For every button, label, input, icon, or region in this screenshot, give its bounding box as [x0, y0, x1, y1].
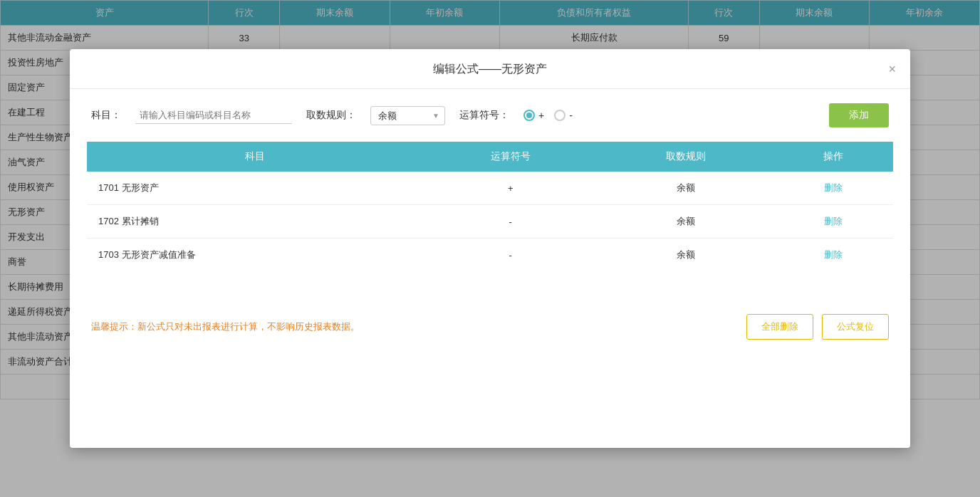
formula-table: 科目 运算符号 取数规则 操作 1701 无形资产 + 余额 删除: [87, 142, 893, 271]
row-operator: +: [423, 172, 598, 205]
operator-radio-group: + -: [523, 110, 573, 121]
operator-plus-label: +: [538, 110, 544, 121]
delete-link[interactable]: 删除: [824, 216, 843, 226]
data-table-wrap: 科目 运算符号 取数规则 操作 1701 无形资产 + 余额 删除: [70, 142, 910, 271]
delete-link[interactable]: 删除: [824, 249, 843, 260]
row-subject: 1701 无形资产: [87, 172, 423, 205]
form-row: 科目： 取数规则： 余额借方发生额贷方发生额 ▼ 运算符号： + - 添加: [70, 89, 910, 142]
operator-plus-radio[interactable]: +: [523, 110, 544, 121]
operator-label: 运算符号：: [459, 109, 509, 122]
modal-overlay: 编辑公式——无形资产 × 科目： 取数规则： 余额借方发生额贷方发生额 ▼ 运算…: [0, 0, 980, 497]
radio-circle-minus: [554, 110, 565, 121]
rule-label: 取数规则：: [306, 109, 356, 122]
add-button[interactable]: 添加: [829, 103, 889, 127]
footer-tip: 温馨提示：新公式只对未出报表进行计算，不影响历史报表数据。: [91, 320, 360, 333]
table-row: 1701 无形资产 + 余额 删除: [87, 172, 893, 205]
delete-link[interactable]: 删除: [824, 182, 843, 193]
row-rule: 余额: [598, 205, 773, 239]
row-action: 删除: [773, 239, 893, 272]
table-row: 1702 累计摊销 - 余额 删除: [87, 205, 893, 239]
row-action: 删除: [773, 172, 893, 205]
close-button[interactable]: ×: [888, 63, 896, 75]
subject-input[interactable]: [135, 107, 292, 124]
operator-minus-radio[interactable]: -: [554, 110, 573, 121]
modal-footer: 温馨提示：新公式只对未出报表进行计算，不影响历史报表数据。 全部删除 公式复位: [70, 300, 910, 354]
th-subject: 科目: [87, 142, 423, 172]
modal-dialog: 编辑公式——无形资产 × 科目： 取数规则： 余额借方发生额贷方发生额 ▼ 运算…: [70, 49, 910, 448]
reset-formula-button[interactable]: 公式复位: [822, 314, 889, 340]
radio-circle-plus: [523, 110, 535, 121]
rule-select[interactable]: 余额借方发生额贷方发生额: [370, 106, 445, 125]
operator-minus-label: -: [569, 110, 573, 121]
row-operator: -: [423, 205, 598, 239]
subject-label: 科目：: [91, 109, 121, 122]
row-subject: 1703 无形资产减值准备: [87, 239, 423, 272]
table-header-row: 科目 运算符号 取数规则 操作: [87, 142, 893, 172]
row-operator: -: [423, 239, 598, 272]
modal-header: 编辑公式——无形资产 ×: [70, 49, 910, 89]
table-row: 1703 无形资产减值准备 - 余额 删除: [87, 239, 893, 272]
modal-title: 编辑公式——无形资产: [433, 63, 547, 75]
row-rule: 余额: [598, 172, 773, 205]
row-subject: 1702 累计摊销: [87, 205, 423, 239]
rule-select-wrap: 余额借方发生额贷方发生额 ▼: [370, 106, 445, 125]
th-rule: 取数规则: [598, 142, 773, 172]
th-action: 操作: [773, 142, 893, 172]
row-action: 删除: [773, 205, 893, 239]
row-rule: 余额: [598, 239, 773, 272]
th-operator: 运算符号: [423, 142, 598, 172]
delete-all-button[interactable]: 全部删除: [746, 314, 813, 340]
footer-buttons: 全部删除 公式复位: [746, 314, 889, 340]
